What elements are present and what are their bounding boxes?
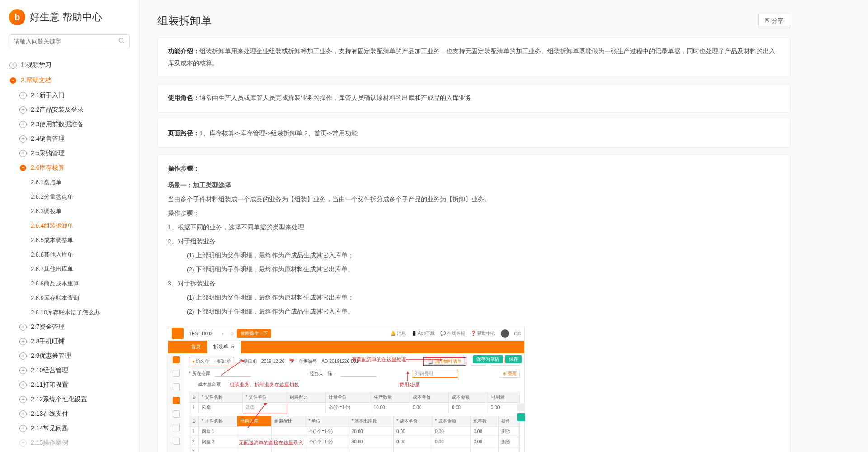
- nav-leaf-262[interactable]: 2.6.2分量盘点单: [31, 190, 130, 204]
- nav-sub-22[interactable]: 2.2产品安装及登录: [19, 103, 130, 117]
- intro-card: 功能介绍：组装拆卸单用来处理企业组装或拆卸等加工业务，支持有固定装配清单的产品加…: [157, 37, 790, 77]
- nav-label: 2.2产品安装及登录: [31, 106, 84, 114]
- step-text: 1、根据不同的业务，选择不同单据的类型来处理: [168, 221, 780, 233]
- annotation: 组装业务、拆卸业务在这里切换: [230, 381, 299, 388]
- nav-leaf-269[interactable]: 2.6.9库存账本查询: [31, 291, 130, 305]
- plus-icon: [19, 395, 27, 404]
- nav-label: 2.14常见问题: [31, 424, 68, 433]
- page-title: 组装拆卸单: [157, 14, 212, 28]
- nav-label: 2.9优惠券管理: [31, 352, 71, 360]
- nav-sub-26[interactable]: 2.6库存核算: [19, 161, 130, 175]
- svg-marker-3: [440, 358, 442, 361]
- share-button[interactable]: ⇱ 分享: [758, 14, 790, 28]
- nav-leaf-267[interactable]: 2.6.7其他出库单: [31, 262, 130, 276]
- nav-sub-25[interactable]: 2.5采购管理: [19, 146, 130, 161]
- nav-sub-24[interactable]: 2.4销售管理: [19, 132, 130, 146]
- side-icon: [173, 424, 180, 431]
- shot-top-button: 智能操作一下: [237, 329, 271, 338]
- plus-icon: [19, 323, 27, 331]
- side-icon: [173, 438, 180, 445]
- nav-item-video[interactable]: 1.视频学习: [9, 57, 130, 73]
- scene-title: 场景一：加工类型选择: [168, 182, 231, 189]
- step-text: (2) 下部明细为子件明细，最终作为产成品生成其它入库单。: [168, 305, 780, 318]
- share-label: 分享: [772, 17, 783, 24]
- nav-sub-213[interactable]: 2.13在线支付: [19, 407, 130, 421]
- step-text: 2、对于组装业务: [168, 235, 780, 247]
- search-input[interactable]: [14, 38, 118, 45]
- nav-leaf-268[interactable]: 2.6.8商品成本重算: [31, 276, 130, 291]
- nav-leaf-263[interactable]: 2.6.3调拨单: [31, 204, 130, 219]
- annotation: 无配送清单的直接在这里录入: [239, 439, 303, 446]
- intro-text: 组装拆卸单用来处理企业组装或拆卸等加工业务，支持有固定装配清单的产品加工业务，也…: [168, 48, 775, 67]
- child-table: ⊕ * 子件名称已购入库组装配比* 单位* 基本出库数* 成本单价* 成本金额现…: [189, 416, 520, 452]
- nav-sub-211[interactable]: 2.11打印设置: [19, 378, 130, 392]
- shot-logo-icon: [172, 328, 184, 339]
- save-draft-btn: 保存为草稿: [473, 355, 503, 363]
- step-text: (1) 上部明细为父件明细，最终作为产成品生成其它入库单；: [168, 249, 780, 262]
- svg-line-4: [221, 360, 243, 376]
- help-link: ❓ 帮助中心: [471, 330, 495, 337]
- minus-icon: [19, 164, 27, 172]
- parent-table: ⊕ * 父件名称* 父件单位组装配比计量单位生产数量成本单价成本金额可用量 1风…: [189, 392, 520, 413]
- wh-label: * 所在仓库: [189, 371, 210, 377]
- annotation: 有装配清单的在这里处理: [352, 356, 406, 363]
- nav-sub-210[interactable]: 2.10经营管理: [19, 363, 130, 378]
- plus-icon: [9, 61, 17, 69]
- nav-leaf-265[interactable]: 2.6.5成本调整单: [31, 233, 130, 247]
- tool-icon: [517, 403, 525, 411]
- nav-sub-215[interactable]: 2.15操作案例: [19, 436, 130, 450]
- path-card: 页面路径：1、库存核算->库存管理->组装拆卸单 2、首页->常用功能: [157, 119, 790, 148]
- plus-icon: [19, 439, 27, 447]
- nav-sub-21[interactable]: 2.1新手入门: [19, 88, 130, 103]
- save-btn: 保存: [505, 355, 522, 363]
- tool-icon: [517, 413, 525, 421]
- nav-leaf-266[interactable]: 2.6.6其他入库单: [31, 247, 130, 262]
- nav-leaf-261[interactable]: 2.6.1盘点单: [31, 175, 130, 190]
- nav-sub-23[interactable]: 2.3使用前数据准备: [19, 117, 130, 132]
- svg-line-8: [248, 403, 266, 428]
- plus-icon: [19, 424, 27, 433]
- nav-sub-214[interactable]: 2.14常见问题: [19, 421, 130, 436]
- role-text: 通常由生产人员或库管人员完成拆装业务的操作，库管人员确认原材料的出库和产成品的入…: [199, 95, 472, 101]
- embedded-screenshot: TEST-H002 ▾ ⚙ 智能操作一下 🔔 消息 📱 App下载 💬 在线客服…: [168, 327, 525, 452]
- search-icon[interactable]: [118, 38, 125, 45]
- gear-icon: ⚙: [230, 331, 234, 336]
- minus-icon: [9, 76, 17, 85]
- plus-icon: [19, 381, 27, 389]
- plus-icon: [19, 106, 27, 114]
- nav-leaf-264[interactable]: 2.6.4组装拆卸单: [31, 219, 130, 233]
- intro-label: 功能介绍：: [168, 48, 199, 55]
- service-link: 💬 在线客服: [440, 330, 465, 337]
- plus-icon: [19, 338, 27, 346]
- plus-icon: [19, 366, 27, 375]
- side-icon: [173, 383, 180, 390]
- shot-tab-home: 首页: [184, 341, 207, 353]
- op-value: 陈...: [328, 371, 336, 377]
- nav-sub-28[interactable]: 2.8手机旺铺: [19, 334, 130, 349]
- plus-icon: [19, 135, 27, 143]
- calendar-icon: 📅: [289, 359, 294, 364]
- plus-icon: [19, 120, 27, 128]
- nav-label: 2.1新手入门: [31, 91, 65, 100]
- search-box[interactable]: [9, 34, 130, 48]
- plus-icon: [19, 91, 27, 100]
- avatar-icon: [501, 329, 509, 338]
- nav-sub-29[interactable]: 2.9优惠券管理: [19, 349, 130, 363]
- op-label: 经办人: [310, 371, 323, 377]
- close-icon: ✕: [231, 345, 235, 349]
- nav-leaf-2610[interactable]: 2.6.10库存账本错了怎么办: [31, 305, 130, 320]
- share-icon: ⇱: [765, 17, 770, 24]
- plus-icon: [19, 149, 27, 157]
- nav-label: 2.15操作案例: [31, 439, 68, 447]
- nav-sub-212[interactable]: 2.12系统个性化设置: [19, 392, 130, 407]
- logo-text: 好生意 帮助中心: [30, 10, 102, 24]
- nav-item-docs[interactable]: 2.帮助文档: [9, 73, 130, 88]
- home-icon: [173, 356, 180, 363]
- nav-sub-27[interactable]: 2.7资金管理: [19, 320, 130, 334]
- fee-button: ⊕ 费用: [500, 370, 520, 378]
- logo-icon: b: [9, 9, 25, 25]
- step-text: 当由多个子件材料组装成一个成品的业务为【组装】业务，当由一个父件拆分成多个子产品…: [168, 193, 780, 205]
- shot-tab-active: 拆装单✕: [207, 341, 241, 353]
- main-content: 组装拆卸单 ⇱ 分享 功能介绍：组装拆卸单用来处理企业组装或拆卸等加工业务，支持…: [139, 0, 868, 452]
- nav-label: 2.12系统个性化设置: [31, 395, 87, 404]
